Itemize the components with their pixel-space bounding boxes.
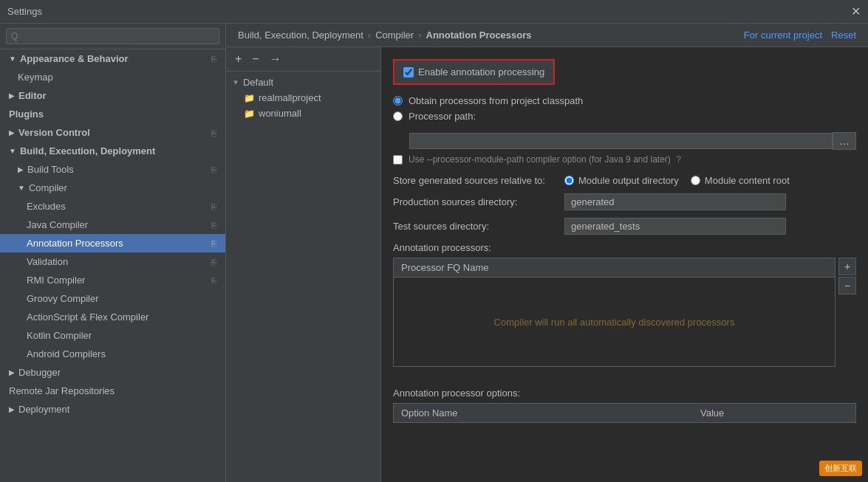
sidebar-item-validation[interactable]: Validation ⎘ [0,252,225,271]
remove-button[interactable]: − [249,52,262,66]
breadcrumb-part-3: Annotation Processors [426,30,532,41]
debugger-label: Debugger [18,367,61,378]
sidebar-nav: ▼ Appearance & Behavior ⎘ Keymap ▶ Edito… [0,49,225,482]
tree-item-default[interactable]: ▼ Default [226,75,380,90]
enable-annotation-text: Enable annotation processing [418,66,544,78]
sidebar-item-annotation-processors[interactable]: Annotation Processors ⎘ [0,234,225,252]
groovy-compiler-label: Groovy Compiler [27,293,99,304]
sidebar-item-appearance-behavior[interactable]: ▼ Appearance & Behavior ⎘ [0,49,225,68]
java-compiler-label: Java Compiler [27,219,88,230]
processor-path-label[interactable]: Processor path: [409,111,476,122]
enable-annotation-label[interactable]: Enable annotation processing [403,66,544,78]
vc-arrow-icon: ▶ [9,128,15,137]
sidebar-item-actionscript-flex-compiler[interactable]: ActionScript & Flex Compiler [0,308,225,326]
debugger-arrow-icon: ▶ [9,368,15,376]
sidebar-item-rmi-compiler[interactable]: RMI Compiler ⎘ [0,271,225,289]
remote-jar-label: Remote Jar Repositories [9,385,115,396]
breadcrumb-separator-1: › [368,30,371,41]
bt-label: Build Tools [27,164,74,175]
sidebar-item-version-control[interactable]: ▶ Version Control ⎘ [0,123,225,142]
add-processor-button[interactable]: + [838,258,856,275]
close-button[interactable]: ✕ [851,4,861,18]
search-input[interactable] [6,28,219,44]
module-content-radio[interactable] [691,176,700,185]
sidebar-item-java-compiler[interactable]: Java Compiler ⎘ [0,216,225,234]
sidebar-item-debugger[interactable]: ▶ Debugger [0,363,225,382]
sidebar-item-excludes[interactable]: Excludes ⎘ [0,197,225,216]
rmi-copy-icon: ⎘ [211,276,216,285]
for-current-project-link[interactable]: For current project [744,30,822,41]
help-icon: ? [676,154,681,165]
sidebar-item-compiler[interactable]: ▼ Compiler [0,179,225,197]
search-box [0,24,225,49]
sidebar-item-build-tools[interactable]: ▶ Build Tools ⎘ [0,160,225,179]
production-sources-input[interactable] [564,193,786,210]
tree-item-realmallproject[interactable]: 📁 realmallproject [226,90,380,106]
content-body: + − → ▼ Default 📁 realmallproject [226,47,868,482]
collapse-arrow-icon: ▼ [9,55,16,63]
annotation-processors-section-label: Annotation processors: [393,242,856,253]
annotation-processor-options-label: Annotation processor options: [393,388,856,399]
header-actions: For current project Reset [744,30,856,41]
watermark: 创新互联 [819,461,862,476]
sidebar-item-build-execution-deployment[interactable]: ▼ Build, Execution, Deployment [0,142,225,160]
obtain-processors-radio[interactable] [393,96,403,106]
production-sources-row: Production sources directory: [393,193,856,210]
option-value-header: Value [693,404,856,423]
title-bar: Settings ✕ [0,0,868,24]
default-label: Default [243,77,273,88]
remove-processor-button[interactable]: − [838,277,856,295]
processor-path-input[interactable] [409,133,833,149]
store-generated-sources-row: Store generated sources relative to: Mod… [393,175,856,186]
sidebar-item-android-compilers[interactable]: Android Compilers [0,345,225,363]
content-area: Build, Execution, Deployment › Compiler … [226,24,868,482]
annotation-processors-label: Annotation Processors [27,238,123,249]
option-name-header: Option Name [394,404,694,423]
tree-content: ▼ Default 📁 realmallproject 📁 woniumall [226,72,380,482]
bed-label: Build, Execution, Deployment [20,145,155,156]
sidebar-item-plugins[interactable]: Plugins [0,105,225,123]
obtain-processors-row: Obtain processors from project classpath [393,95,856,106]
excludes-label: Excludes [27,201,66,212]
breadcrumb-separator-2: › [418,30,421,41]
obtain-processors-label[interactable]: Obtain processors from project classpath [409,95,583,106]
enable-annotation-checkbox[interactable] [403,67,414,78]
sidebar-item-groovy-compiler[interactable]: Groovy Compiler [0,289,225,308]
copy-icon: ⎘ [211,55,216,63]
use-processor-module-path-checkbox[interactable] [393,155,403,165]
module-output-radio[interactable] [564,176,574,185]
add-button[interactable]: + [232,52,245,66]
sidebar-item-remote-jar-repositories[interactable]: Remote Jar Repositories [0,382,225,400]
deployment-arrow-icon: ▶ [9,405,15,413]
sidebar-item-kotlin-compiler[interactable]: Kotlin Compiler [0,326,225,345]
compiler-arrow-icon: ▼ [18,184,25,192]
reset-link[interactable]: Reset [831,30,856,41]
browse-button[interactable]: … [833,132,856,150]
sidebar-item-deployment[interactable]: ▶ Deployment [0,400,225,419]
vc-label: Version Control [18,127,90,138]
woniumall-label: woniumall [259,108,301,119]
test-sources-input[interactable] [564,218,786,235]
kotlin-compiler-label: Kotlin Compiler [27,330,92,341]
module-content-label[interactable]: Module content root [705,175,790,186]
annotation-processors-copy-icon: ⎘ [211,239,216,248]
sidebar: ▼ Appearance & Behavior ⎘ Keymap ▶ Edito… [0,24,226,482]
production-sources-label: Production sources directory: [393,196,556,207]
android-compilers-label: Android Compilers [27,348,106,359]
enable-annotation-processing-box: Enable annotation processing [393,59,555,85]
vc-copy-icon: ⎘ [211,128,216,137]
processor-path-radio[interactable] [393,111,403,121]
arrow-button[interactable]: → [267,52,284,66]
default-arrow-icon: ▼ [232,78,239,86]
tree-toolbar: + − → [226,47,380,72]
bed-arrow-icon: ▼ [9,147,16,155]
sidebar-item-editor[interactable]: ▶ Editor [0,86,225,105]
sidebar-item-keymap[interactable]: Keymap [0,68,225,86]
module-output-label[interactable]: Module output directory [578,175,679,186]
title-bar-title: Settings [7,6,42,17]
test-sources-row: Test sources directory: [393,218,856,235]
tree-item-woniumall[interactable]: 📁 woniumall [226,106,380,121]
compiler-label: Compiler [29,182,67,193]
annotation-table: Processor FQ Name [394,258,835,278]
folder-icon-realmallproject: 📁 [244,93,255,103]
